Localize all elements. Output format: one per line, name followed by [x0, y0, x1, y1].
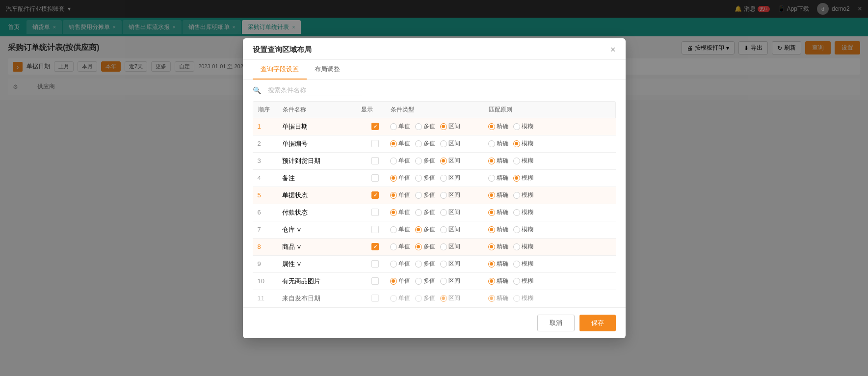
dialog-title: 设置查询区域布局 [253, 45, 312, 54]
search-input[interactable] [264, 84, 362, 96]
search-icon: 🔍 [253, 86, 261, 94]
dialog-close-button[interactable]: × [610, 45, 616, 54]
modal-overlay: 设置查询区域布局 × 查询字段设置 布局调整 🔍 顺序 条件名称 显示 条件类型 [0, 0, 868, 100]
dialog-search-area: 🔍 [243, 80, 626, 101]
dialog-tab-bar: 查询字段设置 布局调整 [243, 60, 626, 80]
dialog-header: 设置查询区域布局 × [243, 38, 626, 60]
settings-dialog: 设置查询区域布局 × 查询字段设置 布局调整 🔍 顺序 条件名称 显示 条件类型 [243, 38, 626, 101]
dialog-tab-query-fields[interactable]: 查询字段设置 [253, 60, 307, 80]
dialog-tab-layout[interactable]: 布局调整 [307, 60, 348, 80]
